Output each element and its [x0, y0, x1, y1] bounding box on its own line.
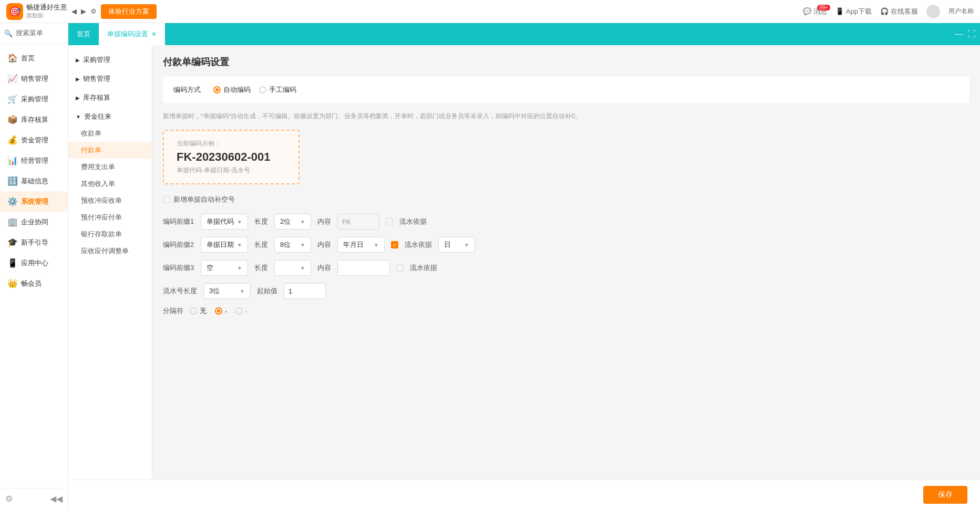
sub-item-receivable-adj[interactable]: 应收应付调整单	[68, 243, 152, 259]
chevron-right-icon: ▶	[76, 95, 80, 101]
separator-options: 无 - ·	[190, 306, 247, 316]
tab-bar-right: — ⛶	[955, 29, 980, 39]
nav-back-button[interactable]: ◀	[71, 7, 77, 15]
trial-button[interactable]: 体验行业方案	[101, 4, 157, 19]
sales-icon: 📈	[7, 74, 17, 84]
sidebar-item-system[interactable]: ⚙️ 系统管理	[0, 191, 68, 212]
chevron-down-icon: ▼	[300, 265, 305, 271]
sidebar-item-operations[interactable]: 📊 经营管理	[0, 150, 68, 171]
watermark2-checkbox[interactable]: ✓	[391, 241, 398, 248]
config-row-prefix2: 编码前缀2 单据日期 ▼ 长度 8位 ▼ 内容 年月日 ▼ ✓	[163, 237, 969, 253]
tab-encoding[interactable]: 单据编码设置 ✕	[99, 23, 165, 45]
prefix2-select[interactable]: 单据日期 ▼	[201, 237, 248, 253]
sub-item-payment[interactable]: 付款单	[68, 142, 152, 159]
home-icon: 🏠	[7, 53, 17, 63]
sidebar-item-sales[interactable]: 📈 销售管理	[0, 68, 68, 89]
search-menu-button[interactable]: 🔍 搜索菜单	[4, 28, 64, 38]
enterprise-icon: 🏢	[7, 217, 17, 227]
sub-item-bank-deposit[interactable]: 银行存取款单	[68, 226, 152, 243]
sub-item-prepay-recv[interactable]: 预收冲应收单	[68, 192, 152, 209]
sub-item-other-income[interactable]: 其他收入单	[68, 175, 152, 192]
sub-group-sales-title[interactable]: ▶ 销售管理	[68, 70, 152, 87]
encoding-method-card: 编码方式 自动编码 手工编码	[163, 77, 969, 103]
username: 用户名称	[948, 7, 974, 16]
encoding-method-label: 编码方式	[173, 85, 201, 95]
message-button[interactable]: 💬 消息 99+	[803, 7, 827, 16]
chevron-down-icon: ▼	[300, 242, 305, 248]
sidebar-item-inventory[interactable]: 📦 库存核算	[0, 109, 68, 130]
page-title: 付款单编码设置	[163, 56, 969, 68]
online-service-button[interactable]: 🎧 在线客服	[880, 7, 918, 16]
preview-code: FK-20230602-001	[177, 150, 286, 164]
length3-select[interactable]: ▼	[274, 260, 311, 276]
separator-none-radio[interactable]: 无	[190, 306, 207, 316]
basic-icon: 🔢	[7, 176, 17, 186]
sidebar-item-member[interactable]: 👑 畅会员	[0, 273, 68, 294]
content3-input[interactable]	[337, 260, 390, 276]
sidebar-item-enterprise[interactable]: 🏢 企业协同	[0, 212, 68, 232]
settings-bottom-button[interactable]: ⚙	[5, 494, 13, 504]
prefix1-select[interactable]: 单据代码 ▼	[201, 214, 248, 230]
sidebar-item-newguide[interactable]: 🎓 新手引导	[0, 232, 68, 253]
auto-fill-label: 新增单据自动补空号	[173, 195, 235, 204]
separator-dash-radio[interactable]: -	[215, 307, 227, 315]
sub-item-expense[interactable]: 费用支出单	[68, 159, 152, 175]
finance-icon: 💰	[7, 135, 17, 145]
auto-encoding-radio[interactable]: 自动编码	[213, 85, 251, 95]
sub-item-prepay-pay[interactable]: 预付冲应付单	[68, 209, 152, 226]
nav-forward-button[interactable]: ▶	[81, 7, 86, 15]
collapse-sidebar-button[interactable]: ◀◀	[50, 494, 63, 504]
auto-fill-checkbox[interactable]	[163, 196, 170, 203]
watermark2-period-select[interactable]: 日 ▼	[438, 237, 475, 253]
sub-group-sales: ▶ 销售管理	[68, 70, 152, 87]
serial-length-select[interactable]: 3位 ▼	[203, 283, 251, 299]
content2-select[interactable]: 年月日 ▼	[337, 237, 385, 253]
settings-button[interactable]: ⚙	[90, 7, 97, 15]
sidebar-item-finance[interactable]: 💰 资金管理	[0, 130, 68, 150]
tab-minimize-button[interactable]: —	[955, 29, 963, 39]
operations-icon: 📊	[7, 155, 17, 165]
preview-desc: 单据代码-单据日期-流水号	[177, 166, 286, 175]
sidebar-nav: 🏠 首页 📈 销售管理 🛒 采购管理 📦 库存核算 💰 资金管理 📊 经	[0, 44, 68, 488]
system-icon: ⚙️	[7, 196, 17, 206]
watermark1-checkbox[interactable]	[386, 218, 393, 225]
prefix3-select[interactable]: 空 ▼	[201, 260, 248, 276]
chevron-down-icon: ▼	[240, 288, 245, 294]
bottom-bar: 保存	[68, 480, 980, 509]
sub-group-inventory: ▶ 库存核算	[68, 89, 152, 106]
sep-dash-dot	[217, 309, 220, 313]
sidebar-item-appcenter[interactable]: 📱 应用中心	[0, 253, 68, 273]
chevron-down-icon: ▼	[237, 219, 242, 225]
save-button[interactable]: 保存	[923, 486, 967, 504]
length1-label: 长度	[254, 217, 268, 226]
sub-item-receipt[interactable]: 收款单	[68, 125, 152, 142]
start-value-input[interactable]	[284, 283, 326, 299]
chevron-down-icon: ▼	[300, 219, 305, 225]
content1-label: 内容	[317, 217, 331, 226]
separator-dot-radio[interactable]: ·	[235, 307, 247, 315]
manual-radio-circle	[259, 86, 266, 94]
member-icon: 👑	[7, 278, 17, 288]
tab-maximize-button[interactable]: ⛶	[967, 29, 976, 39]
length1-select[interactable]: 2位 ▼	[274, 214, 311, 230]
sidebar-item-basic[interactable]: 🔢 基础信息	[0, 171, 68, 191]
app-download-button[interactable]: 📱 App下载	[835, 7, 872, 16]
manual-encoding-radio[interactable]: 手工编码	[259, 85, 296, 95]
config-row-prefix1: 编码前缀1 单据代码 ▼ 长度 2位 ▼ 内容 流水依据	[163, 214, 969, 230]
chevron-down-icon: ▼	[374, 242, 379, 248]
sidebar-item-purchase[interactable]: 🛒 采购管理	[0, 89, 68, 109]
info-text: 新增单据时，*单据编码*自动生成，不可编辑。前缀设置为部门、业务员等档案类，开单…	[163, 111, 969, 121]
appcenter-icon: 📱	[7, 258, 17, 268]
content1-input[interactable]	[337, 214, 379, 230]
sub-group-inventory-title[interactable]: ▶ 库存核算	[68, 89, 152, 106]
tab-close-icon[interactable]: ✕	[151, 30, 157, 38]
sub-group-fund-title[interactable]: ▼ 资金往来	[68, 108, 152, 125]
newguide-icon: 🎓	[7, 237, 17, 247]
length2-select[interactable]: 8位 ▼	[274, 237, 311, 253]
sidebar-item-home[interactable]: 🏠 首页	[0, 48, 68, 68]
start-value-label: 起始值	[257, 286, 277, 296]
watermark3-checkbox[interactable]	[396, 264, 404, 272]
sub-sidebar: ▶ 采购管理 ▶ 销售管理 ▶ 库存核算	[68, 45, 152, 480]
tab-home[interactable]: 首页	[68, 23, 99, 45]
sub-group-purchase-title[interactable]: ▶ 采购管理	[68, 51, 152, 68]
